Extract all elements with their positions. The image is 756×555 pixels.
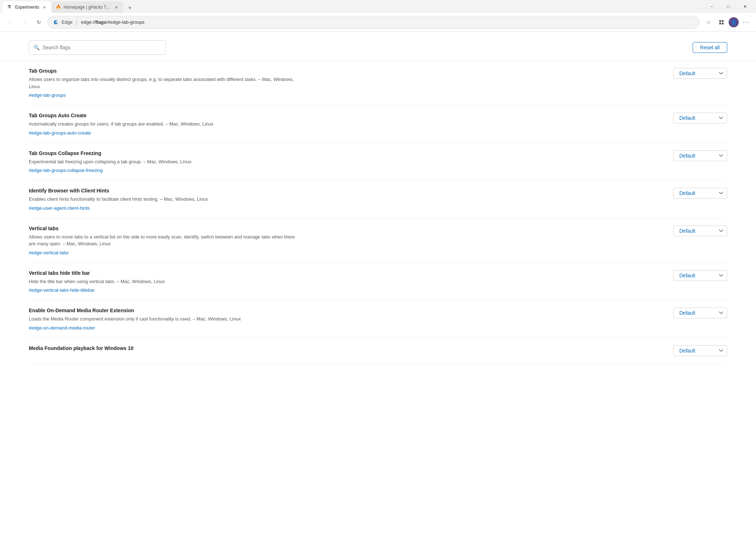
svg-rect-2 [722, 20, 724, 22]
url-suffix: /#edge-tab-groups [106, 19, 144, 25]
flag-control: DefaultEnabledDisabled [673, 113, 727, 123]
flag-select[interactable]: DefaultEnabledDisabled [673, 226, 727, 236]
maximize-button[interactable]: □ [720, 0, 737, 13]
tabs-row: ⚗ Experiments ✕ 🔥 Homepage | gHacks Tech… [3, 0, 702, 13]
edge-logo-icon [53, 19, 59, 25]
flag-item: Identify Browser with Client HintsEnable… [29, 181, 727, 218]
url-bold: flags [95, 19, 106, 25]
flag-control: DefaultEnabledDisabled [673, 150, 727, 161]
flag-info: Identify Browser with Client HintsEnable… [29, 188, 666, 211]
address-separator: | [76, 19, 77, 25]
flag-link[interactable]: #edge-user-agent-client-hints [29, 205, 90, 211]
flag-item: Enable On-Demand Media Router ExtensionL… [29, 300, 727, 338]
back-button[interactable]: ← [4, 17, 16, 28]
tab-experiments-close[interactable]: ✕ [41, 4, 47, 10]
flag-description: Allows users to organize tabs into visua… [29, 76, 295, 90]
address-input-container[interactable]: Edge | edge://flags/#edge-tab-groups [48, 16, 700, 29]
flag-name: Media Foundation playback for Windows 10 [29, 345, 666, 351]
search-icon: 🔍 [33, 45, 40, 50]
flag-link[interactable]: #edge-vertical-tabs [29, 250, 69, 255]
search-input[interactable] [42, 45, 161, 50]
favorites-icon[interactable]: ☆ [703, 17, 714, 28]
flag-info: Tab Groups Collapse FreezingExperimental… [29, 150, 666, 173]
flag-description: Allows users to move tabs to a vertical … [29, 233, 295, 247]
svg-rect-4 [722, 23, 724, 24]
flag-info: Tab Groups Auto CreateAutomatically crea… [29, 113, 666, 136]
flag-link[interactable]: #edge-tab-groups-auto-create [29, 130, 91, 136]
collections-icon[interactable] [716, 17, 727, 28]
flag-description: Loads the Media Router component extensi… [29, 315, 295, 323]
experiments-favicon: ⚗ [7, 4, 13, 10]
new-tab-button[interactable]: + [125, 3, 135, 13]
edge-brand-label: Edge [62, 19, 72, 25]
main-content: 🔍 Reset all Tab GroupsAllows users to or… [0, 32, 756, 555]
flag-item: Vertical tabs hide title barHide the tit… [29, 263, 727, 301]
tab-experiments-title: Experiments [15, 5, 39, 10]
flag-description: Experimental tab freezing upon collapsin… [29, 158, 295, 165]
flag-control: DefaultEnabledDisabled [673, 226, 727, 236]
flag-description: Automatically creates groups for users, … [29, 120, 295, 128]
flag-select[interactable]: DefaultEnabledDisabled [673, 345, 727, 356]
address-url: edge://flags/#edge-tab-groups [81, 19, 144, 25]
svg-rect-1 [719, 20, 721, 22]
flag-description: Enables client hints functionality to fa… [29, 196, 295, 203]
address-bar: ← → ↻ Edge | edge://flags/#edge-tab-grou… [0, 13, 756, 32]
flag-control: DefaultEnabledDisabled [673, 68, 727, 79]
flag-select[interactable]: DefaultEnabledDisabled [673, 68, 727, 79]
flag-item: Tab Groups Auto CreateAutomatically crea… [29, 105, 727, 143]
flag-select[interactable]: DefaultEnabledDisabled [673, 270, 727, 281]
flag-control: DefaultEnabledDisabled [673, 188, 727, 199]
toolbar-right: ☆ 👤 ··· [703, 17, 752, 28]
flag-link[interactable]: #edge-tab-groups [29, 92, 66, 98]
flag-info: Tab GroupsAllows users to organize tabs … [29, 68, 666, 98]
close-button[interactable]: ✕ [737, 0, 753, 13]
refresh-button[interactable]: ↻ [33, 17, 45, 28]
flag-info: Media Foundation playback for Windows 10 [29, 345, 666, 353]
flag-select[interactable]: DefaultEnabledDisabled [673, 188, 727, 199]
tab-ghacks-title: Homepage | gHacks Technology [64, 5, 111, 10]
flag-name: Enable On-Demand Media Router Extension [29, 308, 666, 313]
flag-item: Vertical tabsAllows users to move tabs t… [29, 218, 727, 263]
flag-name: Identify Browser with Client Hints [29, 188, 666, 194]
flag-select[interactable]: DefaultEnabledDisabled [673, 150, 727, 161]
tab-ghacks[interactable]: 🔥 Homepage | gHacks Technology ✕ [51, 1, 123, 13]
flag-name: Tab Groups [29, 68, 666, 74]
ghacks-favicon: 🔥 [56, 4, 62, 10]
svg-rect-3 [719, 23, 721, 24]
minimize-button[interactable]: − [703, 0, 720, 13]
profile-icon[interactable]: 👤 [729, 17, 739, 27]
page-wrapper[interactable]: ⚗ Experiments ✕ 🔥 Homepage | gHacks Tech… [0, 0, 756, 555]
flag-item: Tab Groups Collapse FreezingExperimental… [29, 143, 727, 181]
flag-select[interactable]: DefaultEnabledDisabled [673, 113, 727, 123]
flag-name: Tab Groups Collapse Freezing [29, 150, 666, 156]
flag-description: Hide the title bar when using vertical t… [29, 278, 295, 285]
flag-select[interactable]: DefaultEnabledDisabled [673, 308, 727, 318]
url-prefix: edge:// [81, 19, 95, 25]
flag-info: Enable On-Demand Media Router ExtensionL… [29, 308, 666, 331]
reset-all-button[interactable]: Reset all [693, 42, 727, 53]
search-box[interactable]: 🔍 [29, 40, 166, 55]
flag-link[interactable]: #edge-tab-groups-collapse-freezing [29, 168, 103, 173]
flag-info: Vertical tabsAllows users to move tabs t… [29, 226, 666, 255]
flag-control: DefaultEnabledDisabled [673, 345, 727, 356]
flag-control: DefaultEnabledDisabled [673, 308, 727, 318]
flag-info: Vertical tabs hide title barHide the tit… [29, 270, 666, 293]
title-bar: ⚗ Experiments ✕ 🔥 Homepage | gHacks Tech… [0, 0, 756, 13]
flags-list: Tab GroupsAllows users to organize tabs … [0, 61, 756, 364]
flag-link[interactable]: #edge-on-demand-media-router [29, 325, 95, 331]
tab-experiments[interactable]: ⚗ Experiments ✕ [3, 1, 51, 13]
flag-name: Vertical tabs hide title bar [29, 270, 666, 276]
flag-item: Tab GroupsAllows users to organize tabs … [29, 61, 727, 105]
flag-name: Vertical tabs [29, 226, 666, 231]
flag-link[interactable]: #edge-vertical-tabs-hide-titlebar [29, 287, 95, 293]
tab-ghacks-close[interactable]: ✕ [113, 4, 119, 10]
flag-control: DefaultEnabledDisabled [673, 270, 727, 281]
flag-item: Media Foundation playback for Windows 10… [29, 338, 727, 364]
forward-button[interactable]: → [19, 17, 30, 28]
settings-more-icon[interactable]: ··· [740, 17, 752, 28]
search-area: 🔍 Reset all [0, 32, 756, 61]
flag-name: Tab Groups Auto Create [29, 113, 666, 118]
window-controls: − □ ✕ [703, 0, 753, 13]
